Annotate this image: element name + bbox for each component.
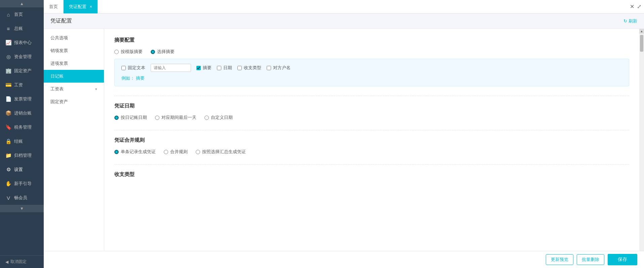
radio-by-period-last[interactable]: 对应期间最后一天 bbox=[155, 115, 196, 121]
save-button[interactable]: 保存 bbox=[608, 254, 637, 265]
page-title: 凭证配置 bbox=[50, 17, 72, 25]
archive-icon: 📁 bbox=[5, 152, 11, 159]
example-text: 例如： 摘要 bbox=[121, 75, 622, 81]
report-icon: 📈 bbox=[5, 40, 11, 46]
scroll-thumb[interactable] bbox=[640, 35, 643, 52]
left-nav-item-payroll[interactable]: 工资表 ▾ bbox=[44, 83, 104, 95]
radio-select-merge[interactable]: 按照选择汇总生成凭证 bbox=[196, 149, 246, 155]
voucher-date-title: 凭证日期 bbox=[114, 103, 629, 109]
window-maximize-icon[interactable]: ⤢ bbox=[637, 3, 641, 10]
sales-icon: 📦 bbox=[5, 110, 11, 116]
scroll-up-arrow[interactable]: ▲ bbox=[639, 29, 644, 34]
assets-icon: 🏢 bbox=[5, 68, 11, 74]
sidebar: ▲ ⌂ 首页 ≡ 总账 📈 报表中心 ◎ 资金管理 🏢 固定资产 💳 工资 📄 … bbox=[0, 0, 44, 268]
voucher-merge-section: 凭证合并规则 单条记录生成凭证 合并规则 按照选择汇总生成凭证 bbox=[114, 137, 629, 155]
sidebar-item-sales[interactable]: 📦 进销台账 bbox=[0, 106, 44, 120]
bottom-bar: 更新预览 批量删除 保存 bbox=[44, 251, 644, 268]
income-type-title: 收支类型 bbox=[114, 171, 629, 178]
radio-custom-date[interactable]: 自定义日期 bbox=[204, 115, 233, 121]
refresh-button[interactable]: ↻ 刷新 bbox=[623, 18, 637, 24]
radio-select-summary[interactable]: 选择摘要 bbox=[151, 49, 175, 55]
close-accounts-icon: 🔒 bbox=[5, 138, 11, 144]
content-layout: 公共选项 销项发票 进项发票 日记账 工资表 ▾ 固定资产 bbox=[44, 29, 644, 251]
sidebar-item-tax[interactable]: 🔖 税务管理 bbox=[0, 120, 44, 134]
checkbox-date[interactable]: 日期 bbox=[217, 65, 232, 71]
capital-icon: ◎ bbox=[5, 54, 11, 60]
sidebar-item-report[interactable]: 📈 报表中心 bbox=[0, 36, 44, 50]
checkbox-fixed-text[interactable]: 固定文本 bbox=[121, 65, 145, 71]
sidebar-item-member[interactable]: V 畅会员 bbox=[0, 191, 44, 205]
radio-template-summary[interactable]: 按模版摘要 bbox=[114, 49, 143, 55]
right-scrollbar[interactable]: ▲ bbox=[639, 29, 644, 251]
tab-bar-actions: ✕ ⤢ bbox=[630, 3, 644, 10]
voucher-merge-title: 凭证合并规则 bbox=[114, 137, 629, 143]
sidebar-item-assets[interactable]: 🏢 固定资产 bbox=[0, 64, 44, 78]
divider-1 bbox=[114, 96, 629, 96]
income-type-section: 收支类型 bbox=[114, 171, 629, 178]
checkbox-counterpart[interactable]: 对方户名 bbox=[267, 65, 291, 71]
salary-icon: 💳 bbox=[5, 82, 11, 88]
sidebar-item-settings[interactable]: ⚙ 设置 bbox=[0, 163, 44, 177]
tax-icon: 🔖 bbox=[5, 124, 11, 130]
radio-by-journal-date[interactable]: 按日记账日期 bbox=[114, 115, 147, 121]
pin-icon: ◀ bbox=[5, 260, 8, 264]
voucher-date-section: 凭证日期 按日记账日期 对应期间最后一天 自定义日期 bbox=[114, 103, 629, 121]
summary-radio-row: 按模版摘要 选择摘要 bbox=[114, 49, 629, 55]
home-icon: ⌂ bbox=[5, 12, 11, 17]
tab-voucher-config[interactable]: 凭证配置 × bbox=[64, 0, 98, 13]
tab-close-button[interactable]: × bbox=[90, 4, 92, 9]
divider-2 bbox=[114, 130, 629, 130]
window-close-icon[interactable]: ✕ bbox=[630, 3, 634, 10]
sidebar-item-guide[interactable]: ✋ 新手引导 bbox=[0, 177, 44, 191]
ledger-icon: ≡ bbox=[5, 26, 11, 32]
sidebar-item-salary[interactable]: 💳 工资 bbox=[0, 78, 44, 92]
left-nav-item-sales-invoice[interactable]: 销项发票 bbox=[44, 44, 104, 57]
summary-config-box: 固定文本 摘要 日期 bbox=[114, 59, 629, 86]
cancel-pin-button[interactable]: ◀ 取消固定 bbox=[0, 255, 44, 268]
divider-3 bbox=[114, 164, 629, 165]
summary-config-section: 摘要配置 按模版摘要 选择摘要 bbox=[114, 37, 629, 86]
radio-single-record[interactable]: 单条记录生成凭证 bbox=[114, 149, 156, 155]
member-icon: V bbox=[5, 195, 11, 201]
sidebar-item-home[interactable]: ⌂ 首页 bbox=[0, 7, 44, 21]
invoice-icon: 📄 bbox=[5, 96, 11, 102]
left-nav-item-journal[interactable]: 日记账 bbox=[44, 70, 104, 83]
radio-merge-rules[interactable]: 合并规则 bbox=[164, 149, 188, 155]
tab-bar: 首页 凭证配置 × ✕ ⤢ bbox=[44, 0, 644, 13]
tab-home[interactable]: 首页 bbox=[44, 0, 64, 13]
left-nav-item-public[interactable]: 公共选项 bbox=[44, 32, 104, 44]
voucher-merge-radio-row: 单条记录生成凭证 合并规则 按照选择汇总生成凭证 bbox=[114, 149, 629, 155]
voucher-date-radio-row: 按日记账日期 对应期间最后一天 自定义日期 bbox=[114, 115, 629, 121]
sidebar-scroll-up[interactable]: ▲ bbox=[0, 0, 44, 7]
guide-icon: ✋ bbox=[5, 181, 11, 187]
batch-delete-button[interactable]: 批量删除 bbox=[577, 254, 604, 265]
main-area: 首页 凭证配置 × ✕ ⤢ 凭证配置 ↻ 刷新 公共选项 销项发票 进项 bbox=[44, 0, 644, 268]
summary-config-title: 摘要配置 bbox=[114, 37, 629, 43]
sidebar-item-close[interactable]: 🔒 结账 bbox=[0, 134, 44, 148]
checkbox-summary[interactable]: 摘要 bbox=[196, 65, 212, 71]
fixed-text-input[interactable] bbox=[151, 64, 191, 72]
settings-icon: ⚙ bbox=[5, 167, 11, 173]
left-nav: 公共选项 销项发票 进项发票 日记账 工资表 ▾ 固定资产 bbox=[44, 29, 104, 251]
sidebar-scroll-down[interactable]: ▼ bbox=[0, 205, 44, 212]
sidebar-item-capital[interactable]: ◎ 资金管理 bbox=[0, 50, 44, 64]
left-nav-item-purchase-invoice[interactable]: 进项发票 bbox=[44, 57, 104, 70]
update-preview-button[interactable]: 更新预览 bbox=[546, 254, 573, 265]
sidebar-item-invoice[interactable]: 📄 发票管理 bbox=[0, 92, 44, 106]
refresh-icon: ↻ bbox=[623, 18, 627, 24]
checkbox-payment-type[interactable]: 收支类型 bbox=[237, 65, 261, 71]
summary-config-checkbox-row: 固定文本 摘要 日期 bbox=[121, 64, 622, 72]
left-nav-item-fixed-assets[interactable]: 固定资产 bbox=[44, 95, 104, 108]
page-header: 凭证配置 ↻ 刷新 bbox=[44, 13, 644, 29]
expand-payroll-icon: ▾ bbox=[95, 87, 97, 91]
sidebar-item-archive[interactable]: 📁 归档管理 bbox=[0, 148, 44, 163]
right-content: 摘要配置 按模版摘要 选择摘要 bbox=[104, 29, 639, 251]
sidebar-item-ledger[interactable]: ≡ 总账 bbox=[0, 21, 44, 36]
